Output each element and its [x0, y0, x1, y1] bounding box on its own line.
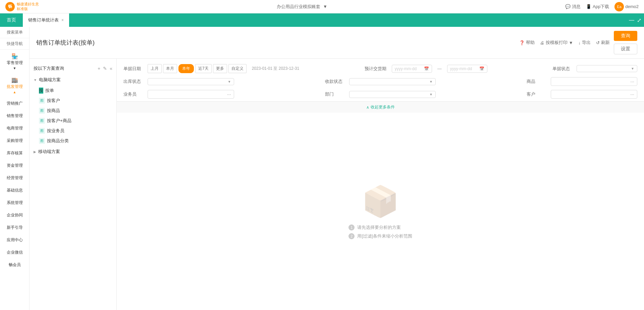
scheme-by-goods-icon: 图: [39, 108, 45, 114]
scheme-section-pc[interactable]: ▼ 电脑端方案: [30, 74, 116, 86]
tab-minimize-button[interactable]: —: [629, 17, 634, 23]
expected-date-end[interactable]: yyyy-mm-dd 📅: [447, 65, 487, 73]
sidebar-item-marketing-label: 营销推广: [7, 101, 23, 106]
sidebar-item-apps-label: 应用中心: [7, 237, 23, 243]
sidebar-quick-nav-label[interactable]: 快捷导航: [3, 41, 26, 47]
sidebar-item-finance[interactable]: 资金管理: [0, 159, 29, 172]
out-status-label: 出库状态: [123, 79, 142, 85]
sidebar-item-marketing[interactable]: 营销推广: [0, 97, 29, 110]
expected-date-start[interactable]: yyyy-mm-dd 📅: [392, 65, 432, 73]
sidebar-item-purchase-label: 采购管理: [7, 138, 23, 144]
scheme-by-staff-icon: 图: [39, 128, 45, 134]
sidebar-item-guide[interactable]: 新手引导: [0, 221, 29, 234]
print-arrow-icon: ▼: [569, 40, 573, 45]
collapse-panel-button[interactable]: «: [110, 66, 112, 71]
sidebar-item-wechat-label: 企业微信: [7, 250, 23, 255]
sidebar-item-wechat[interactable]: 企业微信: [0, 246, 29, 259]
top-bar-right: 💬 消息 📱 App下载 Ea demo2: [565, 2, 639, 11]
query-button[interactable]: 查询: [614, 31, 637, 41]
receipt-status-select[interactable]: ▼: [349, 78, 436, 85]
app-icon: 📱: [586, 4, 591, 9]
customer-select[interactable]: ···: [551, 90, 637, 99]
tab-home[interactable]: 首页: [0, 13, 23, 27]
date-last7-btn[interactable]: 近7天: [195, 64, 212, 73]
tree-toggle-mobile: ▶: [34, 150, 36, 154]
scheme-by-bill[interactable]: 按 按单: [30, 86, 116, 96]
sidebar-item-inventory-label: 库存核算: [7, 150, 23, 156]
scheme-section-mobile[interactable]: ▶ 移动端方案: [30, 146, 116, 157]
help-button[interactable]: ❓ 帮助: [519, 40, 535, 46]
sidebar-item-apps[interactable]: 应用中心: [0, 234, 29, 246]
print-button[interactable]: 🖨 按模板打印 ▼: [540, 40, 573, 46]
sidebar-item-wholesale-label: 批发管理: [7, 84, 23, 90]
tab-sales-order[interactable]: 销售订单统计表 ×: [23, 13, 69, 27]
sidebar-item-operation[interactable]: 经营管理: [0, 172, 29, 184]
goods-dots: ···: [630, 79, 634, 84]
retail-arrow-icon: ▼: [13, 66, 16, 70]
date-range-text: 2023-01-01 至 2023-12-31: [252, 66, 299, 71]
sidebar-item-ecommerce[interactable]: 电商管理: [0, 122, 29, 135]
date-this-year-btn[interactable]: 本年: [178, 64, 194, 73]
sidebar-item-enterprise[interactable]: 企业协同: [0, 209, 29, 221]
refresh-button[interactable]: ↺ 刷新: [596, 40, 610, 46]
sidebar-item-retail[interactable]: 🏪 零售管理 ▼: [0, 50, 29, 73]
sidebar-item-operation-label: 经营管理: [7, 175, 23, 181]
sidebar-item-ecommerce-label: 电商管理: [7, 125, 23, 131]
sidebar-item-inventory[interactable]: 库存核算: [0, 147, 29, 159]
export-button[interactable]: ↓ 导出: [579, 40, 591, 46]
left-panel-header: 按以下方案查询 + ✎ «: [30, 63, 116, 74]
scheme-by-bill-icon: 按: [39, 88, 43, 94]
scheme-by-customer-label: 按客户: [47, 98, 60, 104]
tab-close-icon[interactable]: ×: [61, 18, 64, 22]
message-button[interactable]: 💬 消息: [565, 4, 581, 10]
scheme-by-staff[interactable]: 图 按业务员: [30, 126, 116, 136]
out-status-chevron: ▼: [228, 80, 231, 84]
filter-section: 单据日期 上月 本月 本年 近7天 更多 自定义 2023-01-01 至 20…: [117, 59, 644, 101]
user-avatar-area[interactable]: Ea demo2: [614, 2, 639, 11]
sidebar-item-basic[interactable]: 基础信息: [0, 184, 29, 197]
filter-collapse-bar[interactable]: ∧ 收起更多条件: [117, 101, 644, 113]
tip-num-1: 1: [348, 224, 355, 230]
tab-bar: 首页 销售订单统计表 × — ⤢: [0, 13, 644, 27]
sidebar-search-label[interactable]: 搜索菜单: [3, 30, 26, 35]
expected-date-label: 预计交货期: [365, 66, 386, 72]
settings-button[interactable]: 设置: [614, 44, 637, 54]
breadcrumb-area[interactable]: 办公用品行业模拟账套 ▼: [277, 4, 327, 10]
scheme-by-goods[interactable]: 图 按商品: [30, 106, 116, 116]
app-download-button[interactable]: 📱 App下载: [586, 4, 609, 10]
date-last-month-btn[interactable]: 上月: [148, 64, 162, 73]
sidebar-item-finance-label: 资金管理: [7, 163, 23, 168]
date-custom-btn[interactable]: 自定义: [228, 64, 247, 73]
tab-maximize-button[interactable]: ⤢: [637, 17, 641, 23]
department-select[interactable]: ▼: [349, 91, 436, 98]
add-scheme-button[interactable]: +: [98, 66, 100, 71]
date-this-month-btn[interactable]: 本月: [163, 64, 177, 73]
sidebar-search[interactable]: 搜索菜单: [0, 27, 29, 38]
sidebar-item-wholesale[interactable]: 🏬 批发管理 ▲: [0, 73, 29, 97]
sidebar-quick-nav[interactable]: 快捷导航: [0, 38, 29, 50]
scheme-by-bill-label: 按单: [45, 88, 54, 94]
goods-select[interactable]: ···: [551, 77, 637, 86]
bill-status-select[interactable]: ▼: [577, 65, 637, 72]
scheme-by-category[interactable]: 图 按商品分类: [30, 136, 116, 146]
logo-icon: 畅: [5, 2, 15, 11]
goods-label: 商品: [527, 79, 545, 85]
top-bar-left: 畅 畅捷通好生意 标准版: [5, 2, 39, 11]
help-icon: ❓: [519, 40, 525, 45]
scheme-by-customer-goods-label: 按客户+商品: [47, 118, 71, 124]
filter-row-3: 业务员 ··· 部门 ▼ 客户 ···: [123, 90, 637, 99]
scheme-by-customer[interactable]: 图 按客户: [30, 96, 116, 106]
out-status-select[interactable]: ▼: [148, 78, 234, 85]
sidebar-item-member[interactable]: 畅会员: [0, 259, 29, 271]
sidebar-item-purchase[interactable]: 采购管理: [0, 135, 29, 147]
staff-select[interactable]: ···: [148, 90, 234, 99]
sidebar-item-system[interactable]: 系统管理: [0, 197, 29, 209]
edit-scheme-button[interactable]: ✎: [103, 66, 107, 71]
empty-tip-1: 1 请先选择要分析的方案: [348, 224, 412, 230]
scheme-by-customer-goods-icon: 图: [39, 118, 45, 124]
scheme-section-pc-label: 电脑端方案: [39, 77, 61, 83]
date-more-btn[interactable]: 更多: [213, 64, 227, 73]
date-buttons: 上月 本月 本年 近7天 更多 自定义: [148, 64, 247, 73]
sidebar-item-sales[interactable]: 销售管理: [0, 110, 29, 122]
scheme-by-customer-goods[interactable]: 图 按客户+商品: [30, 116, 116, 126]
